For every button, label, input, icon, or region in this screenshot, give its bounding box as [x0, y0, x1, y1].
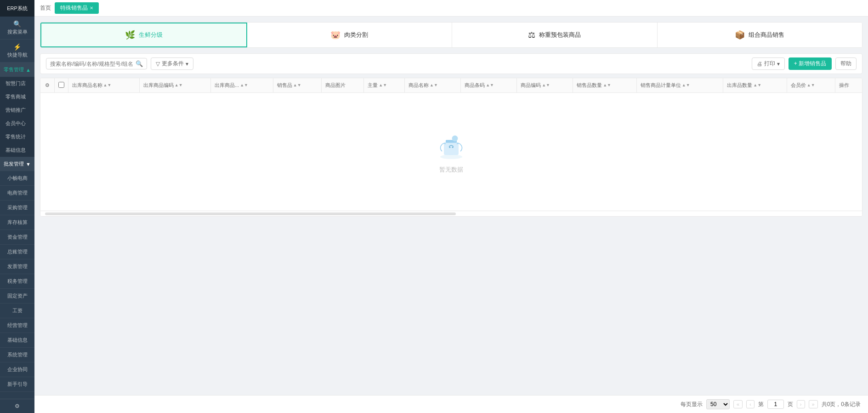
- sidebar-item-quick[interactable]: ⚡ 快捷导航: [0, 40, 34, 63]
- tab-combo[interactable]: 📦 组合商品销售: [658, 23, 862, 47]
- empty-state: 暂无数据: [40, 93, 862, 211]
- sidebar-item-finance[interactable]: 资金管理: [0, 230, 34, 245]
- th-sale-unit[interactable]: 销售商品计量单位 ▲▼: [636, 78, 723, 93]
- page-label-before: 第: [758, 401, 764, 408]
- sidebar-item-basic-info[interactable]: 基础信息: [0, 143, 34, 157]
- th-goods-name[interactable]: 商品名称 ▲▼: [405, 78, 461, 93]
- th-sale-qty[interactable]: 销售品数量 ▲▼: [573, 78, 637, 93]
- filter-icon: ▽: [156, 61, 160, 67]
- sidebar-item-search[interactable]: 🔍 搜索菜单: [0, 17, 34, 40]
- current-tab[interactable]: 特殊销售品 ✕: [55, 2, 99, 14]
- sidebar-item-basic-info2[interactable]: 基础信息: [0, 333, 34, 348]
- th-out-name-label: 出库商品名称: [72, 82, 102, 89]
- sidebar-item-smart-store[interactable]: 智慧门店: [0, 77, 34, 90]
- sidebar-item-member-center[interactable]: 会员中心: [0, 117, 34, 130]
- add-label: + 新增销售品: [794, 60, 826, 68]
- content-area: 🌿 生鲜分级 🐷 肉类分割 ⚖ 称重预包装商品 📦 组合商品销售 🔍: [34, 17, 868, 395]
- th-checkbox[interactable]: [54, 78, 68, 93]
- tab-weigh[interactable]: ⚖ 称重预包装商品: [452, 23, 658, 47]
- sidebar-item-beginner[interactable]: 新手引导: [0, 377, 34, 392]
- data-table: ⚙ 出库商品名称 ▲▼: [40, 78, 862, 217]
- last-page-button[interactable]: »: [809, 400, 818, 408]
- filter-button[interactable]: ▽ 更多条件 ▾: [151, 57, 193, 70]
- sidebar-system-label: 系统管理: [2, 351, 33, 358]
- sort-icon-out-name: ▲▼: [103, 83, 112, 87]
- sidebar-item-enterprise[interactable]: 企业协同: [0, 362, 34, 377]
- chevron-down-icon: ▾: [186, 61, 188, 67]
- sidebar-beginner-label: 新手引导: [2, 381, 33, 388]
- th-setting[interactable]: ⚙: [40, 78, 54, 93]
- sidebar-retail-label: 零售管理: [4, 66, 24, 73]
- sidebar-item-ops-mgr[interactable]: 经营管理: [0, 318, 34, 333]
- first-page-button[interactable]: «: [733, 400, 743, 408]
- sidebar-item-purchase[interactable]: 采购管理: [0, 201, 34, 215]
- per-page-select[interactable]: 50 10 20 100: [706, 399, 730, 409]
- sidebar-item-mini-ecom[interactable]: 小畅电商: [0, 171, 34, 186]
- sort-icon-sale-item: ▲▼: [293, 83, 301, 87]
- tab-fresh[interactable]: 🌿 生鲜分级: [40, 23, 247, 47]
- sidebar-item-inventory[interactable]: 库存核算: [0, 215, 34, 230]
- svg-point-4: [449, 147, 450, 148]
- sidebar-item-promotion[interactable]: 营销推广: [0, 103, 34, 117]
- th-out-name[interactable]: 出库商品名称 ▲▼: [68, 78, 139, 93]
- filter-label: 更多条件: [162, 60, 184, 68]
- next-page-icon: ›: [800, 402, 802, 407]
- home-tab[interactable]: 首页: [40, 4, 51, 12]
- sidebar-item-retail-stats[interactable]: 零售统计: [0, 130, 34, 143]
- sidebar-item-retail-mall[interactable]: 零售商城: [0, 90, 34, 103]
- sidebar-section-retail[interactable]: 零售管理 ▲: [0, 63, 34, 77]
- sidebar-item-ecom-mgr[interactable]: 电商管理: [0, 186, 34, 201]
- next-page-button[interactable]: ›: [797, 400, 805, 408]
- table-scroll[interactable]: ⚙ 出库商品名称 ▲▼: [40, 78, 862, 211]
- empty-illustration: [433, 130, 470, 162]
- sidebar-promotion-label: 营销推广: [6, 107, 26, 113]
- toolbar-left: 🔍 ▽ 更多条件 ▾: [46, 57, 193, 70]
- sort-icon-out-spec: ▲▼: [240, 83, 248, 87]
- th-barcode[interactable]: 商品条码 ▲▼: [461, 78, 517, 93]
- th-member-price[interactable]: 会员价 ▲▼: [787, 78, 835, 93]
- select-all-checkbox[interactable]: [58, 82, 64, 88]
- th-sale-qty-label: 销售品数量: [577, 82, 602, 89]
- chevron-down-icon-wholesale: ▼: [26, 161, 31, 167]
- sidebar-item-invoice[interactable]: 发票管理: [0, 259, 34, 274]
- th-main-weight[interactable]: 主量 ▲▼: [364, 78, 405, 93]
- add-button[interactable]: + 新增销售品: [789, 57, 832, 70]
- svg-rect-1: [444, 142, 459, 155]
- sidebar-item-tax[interactable]: 税务管理: [0, 274, 34, 289]
- sort-icon-sale-qty: ▲▼: [603, 83, 611, 87]
- sidebar-item-salary[interactable]: 工资: [0, 304, 34, 318]
- chevron-up-icon: ▲: [26, 67, 31, 73]
- tab-meat-label: 肉类分割: [344, 31, 368, 39]
- search-box[interactable]: 🔍: [46, 58, 147, 69]
- sort-icon-goods-code: ▲▼: [542, 83, 550, 87]
- help-button[interactable]: 帮助: [835, 57, 857, 70]
- table-horizontal-scrollbar[interactable]: [40, 211, 862, 216]
- search-input[interactable]: [50, 61, 134, 67]
- tab-meat[interactable]: 🐷 肉类分割: [247, 23, 453, 47]
- print-label: 打印: [764, 60, 775, 68]
- print-button[interactable]: 🖨 打印 ▾: [752, 57, 785, 70]
- settings-button[interactable]: ⚙: [0, 399, 34, 413]
- sidebar-item-system[interactable]: 系统管理: [0, 348, 34, 362]
- toolbar: 🔍 ▽ 更多条件 ▾ 🖨 打印 ▾ + 新增销售品 帮助: [40, 53, 862, 74]
- sidebar-finance-label: 资金管理: [2, 234, 33, 241]
- th-out-code[interactable]: 出库商品编码 ▲▼: [139, 78, 210, 93]
- th-out-qty[interactable]: 出库品数量 ▲▼: [723, 78, 787, 93]
- th-out-code-label: 出库商品编码: [143, 82, 174, 89]
- th-sale-item[interactable]: 销售品 ▲▼: [273, 78, 321, 93]
- sidebar-section-wholesale[interactable]: 批发管理 ▼: [0, 157, 34, 171]
- sidebar-fixed-assets-label: 固定资产: [2, 293, 33, 299]
- th-member-price-label: 会员价: [791, 82, 806, 89]
- th-out-spec[interactable]: 出库商品... ▲▼: [210, 78, 273, 93]
- sidebar-item-general-ledger[interactable]: 总账管理: [0, 245, 34, 259]
- search-icon[interactable]: 🔍: [136, 60, 143, 67]
- first-page-icon: «: [737, 402, 739, 407]
- sort-icon-sale-unit: ▲▼: [682, 83, 690, 87]
- app-logo: ERP系统: [0, 0, 34, 17]
- prev-page-button[interactable]: ‹: [746, 400, 755, 408]
- th-goods-code[interactable]: 商品编码 ▲▼: [517, 78, 573, 93]
- sidebar-item-fixed-assets[interactable]: 固定资产: [0, 289, 34, 304]
- close-tab-icon[interactable]: ✕: [90, 6, 93, 11]
- page-input[interactable]: [767, 400, 784, 409]
- svg-point-3: [452, 136, 458, 142]
